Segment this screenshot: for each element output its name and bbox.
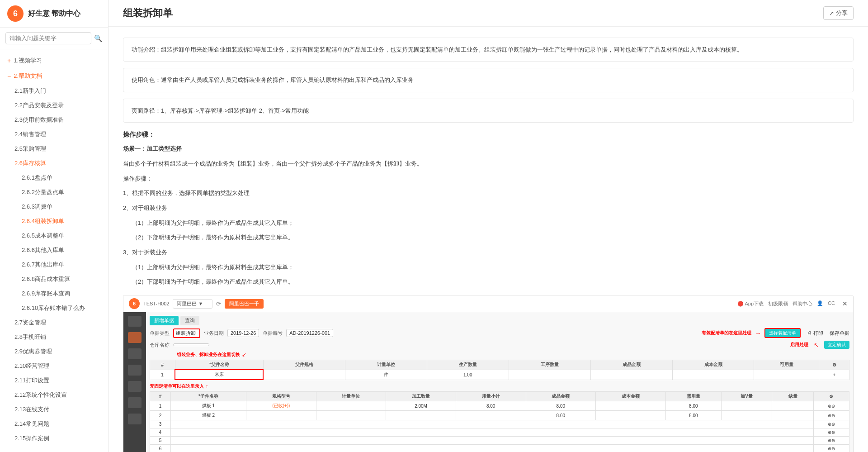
sim-choose-bill-btn[interactable]: 选择装配清单	[764, 328, 801, 338]
sim-dropdown1[interactable]: 阿里巴巴 ▼	[173, 299, 212, 309]
sim-warehouse-input[interactable]	[173, 343, 209, 346]
sim-refresh-icon[interactable]: ⟳	[216, 300, 221, 307]
sim-bill-input[interactable]: AD-20191226-001	[286, 329, 333, 337]
sim-btd-ops4[interactable]: ⊕⊖	[813, 428, 849, 437]
sim-nav-icon-7[interactable]	[128, 414, 142, 424]
sim-nav-icon-3[interactable]	[128, 348, 142, 359]
sim-left-nav	[123, 312, 146, 452]
sim-bill-label: 单据编号	[263, 330, 283, 337]
sim-btd-lk2	[772, 411, 814, 420]
sidebar-item-transfer[interactable]: 2.6.3调拨单	[0, 200, 108, 214]
sim-bth-lack-qty: 缺量	[772, 392, 814, 401]
sidebar-item-other-out[interactable]: 2.6.7其他出库单	[0, 257, 108, 272]
sim-tab-query[interactable]: 查询	[180, 316, 199, 325]
sim-nav-icon-5[interactable]	[128, 381, 142, 392]
sidebar-item-video[interactable]: + 1.视频学习	[0, 53, 108, 68]
sim-td-ops[interactable]: +	[819, 370, 849, 380]
sim-btd-sub2	[456, 411, 526, 420]
sim-td-available	[754, 370, 819, 380]
table-row: 5 ⊕⊖	[150, 437, 849, 445]
sim-btd-ops3[interactable]: ⊕⊖	[813, 420, 849, 428]
sidebar-item-print[interactable]: 2.11打印设置	[0, 373, 108, 388]
main-header: 组装拆卸单 ↗ 分享	[108, 0, 868, 27]
sim-btd-av1	[721, 401, 772, 411]
sim-date-input[interactable]: 2019-12-26	[227, 329, 259, 337]
function-intro-text: 功能介绍：组装拆卸单用来处理企业组装或拆卸等加工业务，支持有固定装配清单的产品加…	[132, 46, 743, 53]
sim-print-icon[interactable]: 🖨 打印	[807, 330, 823, 337]
sim-btd-name1: 煤板 1	[170, 401, 246, 411]
share-button[interactable]: ↗ 分享	[823, 6, 854, 20]
sidebar-item-install[interactable]: 2.2产品安装及登录	[0, 98, 108, 113]
step2-sub1: （1）上部明细为父件明细，最终作为产成品生成其它入库单；	[132, 218, 854, 229]
sidebar-item-sales[interactable]: 2.4销售管理	[0, 127, 108, 142]
step2: 2、对于组装业务	[123, 203, 854, 214]
table-row: 4 ⊕⊖	[150, 428, 849, 437]
sidebar: 6 好生意 帮助中心 🔍 + 1.视频学习 − 2.帮助文档 2.1新手入门 2…	[0, 0, 108, 452]
sim-nav-icon-1[interactable]	[128, 316, 142, 327]
sim-td-process-qty	[509, 370, 590, 380]
sim-top-table-header-row: # *父件名称 父件规格 计量单位 生产数量 工序数量 成品金额 成本金额 可用…	[150, 360, 849, 370]
sim-tab-new[interactable]: 新增单据	[150, 316, 179, 325]
sim-btd-lk1	[772, 401, 814, 411]
sidebar-item-finance[interactable]: 2.7资金管理	[0, 315, 108, 330]
sidebar-item-operation[interactable]: 2.10经营管理	[0, 359, 108, 373]
sim-btd-pqty1: 2.00M	[386, 401, 456, 411]
sidebar-item-goods-cost[interactable]: 2.6.8商品成本重算	[0, 272, 108, 286]
screenshot-container: 6 TEST-H002 阿里巴巴 ▼ ⟳ 阿里巴巴一千 🔴 App下载 初级限领…	[123, 295, 854, 452]
sidebar-item-mobile[interactable]: 2.8手机旺铺	[0, 330, 108, 344]
sim-icon-cc: CC	[828, 300, 835, 307]
sidebar-item-coupon[interactable]: 2.9优惠券管理	[0, 344, 108, 359]
sidebar-item-partial-stocktake[interactable]: 2.6.2分量盘点单	[0, 185, 108, 200]
sim-td-parent-name[interactable]: 米床	[175, 370, 263, 380]
sidebar-item-inventory[interactable]: 2.6库存核算	[0, 156, 108, 171]
sidebar-item-help-doc[interactable]: − 2.帮助文档	[0, 68, 108, 84]
sidebar-logo: 6 好生意 帮助中心	[0, 0, 108, 28]
sidebar-item-new-user[interactable]: 2.1新手入门	[0, 84, 108, 98]
sidebar-item-stocktake[interactable]: 2.6.1盘点单	[0, 171, 108, 185]
sim-arrow2: ↙	[242, 352, 246, 358]
sim-logo: 6	[129, 298, 140, 309]
sim-bth-spec: 规格型号	[246, 392, 316, 401]
collapse-icon: −	[7, 72, 11, 80]
app-brand-name: 好生意 帮助中心	[28, 9, 80, 19]
sidebar-item-stock-err[interactable]: 2.6.10库存账本错了么办	[0, 301, 108, 315]
sim-nav-icon-4[interactable]	[128, 365, 142, 376]
sim-btd-spec2	[246, 411, 316, 420]
sim-btd-ca2	[596, 411, 666, 420]
sim-confirm-btn[interactable]: 立定确认	[824, 341, 849, 349]
sim-screen: 6 TEST-H002 阿里巴巴 ▼ ⟳ 阿里巴巴一千 🔴 App下载 初级限领…	[123, 295, 853, 452]
sim-btd-ops2[interactable]: ⊕⊖	[813, 411, 849, 420]
sim-btd-ops1[interactable]: ⊕⊖	[813, 401, 849, 411]
sidebar-item-stock-query[interactable]: 2.6.9库存账本查询	[0, 286, 108, 301]
sidebar-item-data-prep[interactable]: 2.3使用前数据准备	[0, 113, 108, 127]
sidebar-item-online-pay[interactable]: 2.13在线支付	[0, 402, 108, 417]
sim-orange-button[interactable]: 阿里巴巴一千	[225, 299, 264, 309]
sidebar-item-customize[interactable]: 2.12系统个性化设置	[0, 388, 108, 402]
sim-btd-ops6[interactable]: ⊕⊖	[813, 445, 849, 452]
sim-close-icon[interactable]: ✕	[842, 300, 848, 307]
search-input[interactable]	[5, 32, 91, 44]
search-icon[interactable]: 🔍	[94, 34, 103, 43]
sim-btd-ops5[interactable]: ⊕⊖	[813, 437, 849, 445]
sidebar-item-cases[interactable]: 2.15操作案例	[0, 431, 108, 446]
sidebar-item-purchase[interactable]: 2.5采购管理	[0, 142, 108, 156]
sidebar-item-other-in[interactable]: 2.6.6其他入库单	[0, 243, 108, 257]
sim-btd-empty4	[170, 428, 813, 437]
sim-nav-icon-2[interactable]	[128, 332, 142, 343]
sim-annotation1: 有装配清单的在这里处理	[702, 330, 751, 336]
step3-sub2: （2）下部明细为子件明细，最终作为产成品生成其它入库单。	[132, 276, 854, 288]
sim-type-input[interactable]: 组装拆卸	[173, 328, 200, 338]
scenario-heading: 场景一：加工类型选择	[123, 143, 854, 155]
sim-save-icon[interactable]: 保存单据	[830, 330, 849, 337]
sim-nav-icon-6[interactable]	[128, 397, 142, 408]
role-intro-text: 使用角色：通常由生产人员或库管人员完成拆装业务的操作，库管人员确认原材料的出库和…	[132, 76, 414, 83]
sidebar-item-faq[interactable]: 2.14常见问题	[0, 417, 108, 431]
sidebar-item-assembly[interactable]: 2.6.4组装拆卸单	[0, 214, 108, 228]
sim-td-product-amount	[590, 370, 672, 380]
steps-label: 操作步骤：	[123, 173, 854, 185]
sim-date-label: 业务日期	[204, 330, 224, 337]
sidebar-item-cost-adjust[interactable]: 2.6.5成本调整单	[0, 228, 108, 243]
sim-icon-limit: 初级限领	[768, 300, 788, 307]
sim-arrow3: ↖	[814, 342, 819, 348]
sim-bth-need-qty: 需用量	[665, 392, 721, 401]
